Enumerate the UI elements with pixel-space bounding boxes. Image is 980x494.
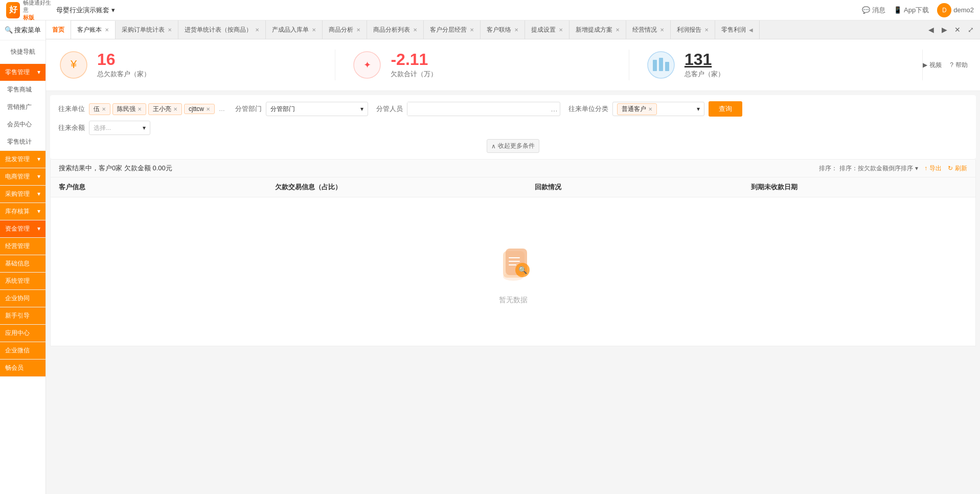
refresh-btn[interactable]: ↻ 刷新 [948, 164, 967, 173]
search-result-actions: 排序： 排序：按欠款金额倒序排序 ▾ ↑ 导出 ↻ 刷新 [819, 164, 967, 173]
chevron-down-icon: ▾ [143, 124, 146, 131]
sidebar-section-inventory: 库存核算 ▾ [0, 203, 45, 220]
sidebar-section-title-purchase[interactable]: 采购管理 ▾ [0, 186, 45, 203]
chevron-up-icon: ▾ [37, 69, 40, 76]
tab-nav-left[interactable]: ◀ [925, 24, 937, 36]
person-input[interactable] [407, 102, 549, 116]
sort-select[interactable]: 排序： 排序：按欠款金额倒序排序 ▾ [819, 164, 918, 173]
tab-operations-status[interactable]: 经营情况 ✕ [626, 20, 671, 39]
balance-filter-select[interactable]: 选择... ▾ [89, 121, 150, 135]
logo-text: 畅捷通好生意 标版 [23, 0, 52, 21]
person-filter-dots[interactable]: … [549, 105, 560, 113]
tab-close-raise-settings[interactable]: ✕ [559, 27, 563, 33]
query-button[interactable]: 查询 [709, 101, 742, 117]
tab-nav-right[interactable]: ▶ [938, 24, 950, 36]
tab-product-analysis[interactable]: 商品分析 ✕ [323, 20, 367, 39]
tab-profit-report[interactable]: 利润报告 ✕ [671, 20, 715, 39]
video-help-btn[interactable]: ▶ 视频 [923, 61, 942, 70]
tab-close-product-analysis[interactable]: ✕ [356, 27, 360, 33]
dept-filter-select[interactable]: 分管部门 ▾ [266, 102, 368, 116]
stats-row: ¥ 16 总欠款客户（家） ✦ [46, 39, 980, 91]
tab-close-production[interactable]: ✕ [312, 27, 316, 33]
chevron-down-icon: ▾ [111, 6, 115, 14]
stat-icon-customers: ¥ [58, 50, 89, 80]
sidebar-item-retail-stats[interactable]: 零售统计 [0, 133, 45, 150]
sidebar-section-title-member[interactable]: 畅会员 [0, 360, 45, 376]
company-select[interactable]: 母婴行业演示账套 ▾ [56, 6, 115, 15]
sidebar-section-title-batch[interactable]: 批发管理 ▾ [0, 151, 45, 168]
stat-value-customers: 16 [97, 51, 150, 68]
category-filter-select[interactable]: 普通客户 ✕ ▾ [612, 102, 704, 116]
tab-maximize[interactable]: ⤢ [965, 24, 977, 36]
sidebar-section-title-system[interactable]: 系统管理 [0, 273, 45, 289]
dept-filter-label: 分管部门 [235, 104, 262, 114]
tab-zero-retail-profit[interactable]: 零售利润 ◀ [715, 20, 760, 39]
tab-close-ops[interactable]: ✕ [660, 27, 664, 33]
export-btn[interactable]: ↑ 导出 [924, 164, 942, 173]
tab-close-product-analysis-list[interactable]: ✕ [413, 27, 417, 33]
remove-tag-wu[interactable]: ✕ [102, 106, 106, 112]
app-download-btn[interactable]: 📱 App下载 [894, 6, 929, 15]
tab-close-accounts-receivable[interactable]: ✕ [105, 27, 109, 33]
tab-new-raise[interactable]: 新增提成方案 ✕ [569, 20, 626, 39]
tab-close-profit[interactable]: ✕ [704, 27, 709, 33]
sidebar-section-title-inventory[interactable]: 库存核算 ▾ [0, 203, 45, 220]
remove-tag-wang[interactable]: ✕ [173, 106, 177, 112]
tab-close-retail-profit[interactable]: ◀ [749, 27, 753, 33]
message-btn[interactable]: 💬 消息 [862, 6, 885, 15]
category-tags: 普通客户 ✕ [617, 103, 697, 115]
tab-stock-stats[interactable]: 进货单统计表（按商品） ✕ [178, 20, 266, 39]
sidebar-section-newbie: 新手引导 [0, 307, 45, 325]
search-icon: 🔍 [5, 26, 13, 34]
remove-tag-category[interactable]: ✕ [648, 106, 652, 112]
sidebar-item-retail-mall[interactable]: 零售商城 [0, 81, 45, 98]
remove-tag-chen[interactable]: ✕ [138, 106, 142, 112]
stat-value-debt: -2.11 [391, 51, 437, 68]
tab-close-customer-segment[interactable]: ✕ [470, 27, 474, 33]
tab-accounts-receivable[interactable]: 客户账本 ✕ [71, 21, 116, 39]
sidebar-section-title-operations[interactable]: 经营管理 [0, 238, 45, 255]
sidebar-search[interactable]: 🔍 搜索菜单 [0, 20, 45, 40]
stat-icon-all-customers [646, 50, 676, 80]
tab-bar: 首页 客户账本 ✕ 采购订单统计表 ✕ 进货单统计表（按商品） ✕ 产成品入库单… [46, 20, 980, 39]
stat-label-customers: 总欠款客户（家） [97, 70, 150, 79]
search-result-bar: 搜索结果中，客户0家 欠款金额 0.00元 排序： 排序：按欠款金额倒序排序 ▾… [50, 160, 976, 177]
main-layout: 🔍 搜索菜单 快捷导航 零售管理 ▾ 零售商城 营销推广 会员中心 零售统计 批… [0, 20, 980, 494]
tab-close-new-raise[interactable]: ✕ [616, 27, 620, 33]
tab-customer-segment[interactable]: 客户分层经营 ✕ [424, 20, 481, 39]
sidebar-section-title-enterprise[interactable]: 企业协同 [0, 290, 45, 307]
tab-production-stock[interactable]: 产成品入库单 ✕ [266, 20, 323, 39]
chevron-down-icon: ▾ [37, 225, 40, 232]
sidebar-section-title-zero-retail[interactable]: 零售管理 ▾ [0, 64, 45, 81]
sidebar-section-enterprise: 企业协同 [0, 290, 45, 307]
tab-customer-contact[interactable]: 客户联络 ✕ [481, 20, 525, 39]
text-help-btn[interactable]: ? 帮助 [950, 61, 968, 70]
tab-home[interactable]: 首页 [46, 20, 71, 39]
tab-close-customer-contact[interactable]: ✕ [514, 27, 518, 33]
filter-more-btn[interactable]: … [217, 104, 227, 114]
tab-product-analysis-list[interactable]: 商品分析列表 ✕ [367, 20, 424, 39]
user-menu[interactable]: D demo2 [937, 3, 974, 17]
sidebar-section-title-basic[interactable]: 基础信息 [0, 255, 45, 272]
stat-item-all-customers: 131 总客户（家） [629, 50, 923, 80]
chevron-down-icon: ▾ [915, 165, 918, 172]
chevron-down-icon: ▾ [360, 105, 363, 113]
remove-tag-cjttcw[interactable]: ✕ [206, 106, 210, 112]
table-header: 客户信息 欠款交易信息（占比） 回款情况 到期未收款日期 [51, 177, 975, 197]
sidebar-quick-nav[interactable]: 快捷导航 [0, 43, 45, 60]
sidebar-section-title-appcenter[interactable]: 应用中心 [0, 325, 45, 342]
tab-close-purchase-order[interactable]: ✕ [168, 27, 172, 33]
sidebar-section-title-ecommerce[interactable]: 电商管理 ▾ [0, 168, 45, 185]
sidebar-section-title-finance[interactable]: 资金管理 ▾ [0, 220, 45, 237]
sidebar-section-title-newbie[interactable]: 新手引导 [0, 307, 45, 324]
sidebar-item-marketing[interactable]: 营销推广 [0, 98, 45, 116]
collapse-btn[interactable]: ∧ 收起更多条件 [487, 139, 539, 153]
tab-purchase-order-stats[interactable]: 采购订单统计表 ✕ [116, 20, 178, 39]
tab-close-all[interactable]: ✕ [951, 24, 964, 36]
sidebar-section-title-wechat[interactable]: 企业微信 [0, 342, 45, 359]
tab-raise-settings[interactable]: 提成设置 ✕ [525, 20, 569, 39]
person-filter-input[interactable]: … [407, 102, 560, 116]
tab-close-stock-stats[interactable]: ✕ [255, 27, 259, 33]
sidebar-item-member-center[interactable]: 会员中心 [0, 116, 45, 133]
filter-tag-category: 普通客户 ✕ [617, 103, 657, 115]
